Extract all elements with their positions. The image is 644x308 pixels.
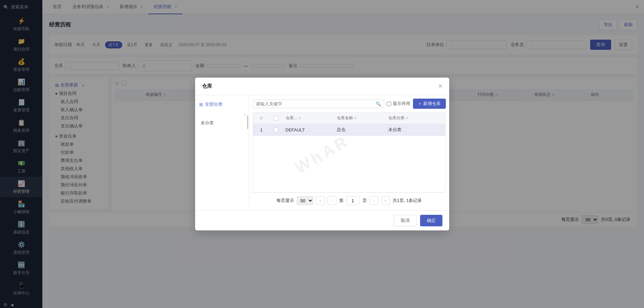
dialog-footer: 取消 确定: [195, 210, 449, 230]
dialog-per-page-label: 每页显示: [276, 198, 294, 204]
sort-code: ⇅: [298, 116, 301, 120]
row-checkbox: [274, 127, 278, 132]
warehouse-dialog: 仓库 × ⊞ 全部分类 « 未分类: [195, 78, 449, 230]
dialog-td-check[interactable]: [270, 125, 282, 135]
dialog-next-page-btn[interactable]: ›: [370, 196, 378, 205]
dialog-page-prefix: 第: [339, 198, 344, 204]
dialog-pagination: 每页显示 50 « ‹ 第 页 › » 共1页, 1条记录: [253, 192, 446, 207]
dialog-th-code[interactable]: 仓库... ⇅: [282, 112, 334, 124]
dialog-body: ⊞ 全部分类 « 未分类 🔍: [195, 95, 449, 210]
dialog-title: 仓库: [202, 83, 212, 89]
show-disabled-label[interactable]: 显示停用: [387, 101, 410, 107]
dialog-left-unclassified[interactable]: 未分类: [195, 118, 249, 128]
dialog-td-name: 总仓: [333, 124, 385, 136]
dialog-page-input[interactable]: [346, 196, 360, 205]
dialog-table: ⚙ 仓库... ⇅ 仓库名称 ⇅: [253, 112, 446, 192]
search-input-wrap[interactable]: 🔍: [253, 100, 384, 108]
dialog-th-name[interactable]: 仓库名称 ⇅: [333, 112, 385, 124]
dialog-toolbar: 🔍 显示停用 ＋ 新增仓库: [253, 99, 446, 109]
dialog-td-num: 1: [253, 125, 270, 135]
dialog-left-collapse-wrap: «: [195, 110, 249, 118]
add-warehouse-btn[interactable]: ＋ 新增仓库: [413, 99, 446, 109]
checkbox-header-square: [274, 116, 278, 121]
dialog-td-code: DEFAULT: [282, 125, 334, 135]
grid-icon-dialog: ⊞: [199, 102, 203, 107]
settings-icon-th[interactable]: ⚙: [259, 116, 263, 121]
dialog-left-panel: ⊞ 全部分类 « 未分类: [195, 95, 249, 210]
dialog-th-check[interactable]: [270, 112, 282, 124]
dialog-per-page-select[interactable]: 50: [297, 196, 313, 205]
show-disabled-checkbox[interactable]: [387, 102, 391, 106]
dialog-total-records: 共1页, 1条记录: [393, 198, 422, 204]
dialog-last-page-btn[interactable]: »: [381, 196, 390, 205]
dialog-td-cat: 未分类: [385, 124, 445, 136]
dialog-prev-page-btn[interactable]: ‹: [328, 196, 336, 205]
dialog-first-page-btn[interactable]: «: [316, 196, 325, 205]
dialog-left-all[interactable]: ⊞ 全部分类: [195, 99, 249, 110]
dialog-page-suffix: 页: [362, 198, 367, 204]
dialog-header: 仓库 ×: [195, 78, 449, 95]
dialog-th-num: ⚙: [253, 112, 270, 124]
left-scrollbar: [247, 116, 248, 129]
sort-cat: ⇅: [406, 116, 408, 120]
dialog-search-input[interactable]: [256, 101, 374, 106]
dialog-table-row[interactable]: 1 DEFAULT 总仓 未分类: [253, 124, 445, 136]
confirm-button[interactable]: 确定: [420, 215, 442, 226]
dialog-close-btn[interactable]: ×: [438, 82, 442, 90]
cancel-button[interactable]: 取消: [394, 215, 417, 226]
sort-name: ⇅: [354, 116, 357, 120]
dialog-th-cat[interactable]: 仓库分类 ⇅: [385, 112, 445, 124]
dialog-overlay: WhAR 仓库 × ⊞ 全部分类 « 未分类: [0, 0, 644, 308]
dialog-table-header: ⚙ 仓库... ⇅ 仓库名称 ⇅: [253, 112, 445, 124]
search-icon-dialog: 🔍: [376, 101, 381, 106]
dialog-right-panel: 🔍 显示停用 ＋ 新增仓库 ⚙: [249, 95, 449, 210]
